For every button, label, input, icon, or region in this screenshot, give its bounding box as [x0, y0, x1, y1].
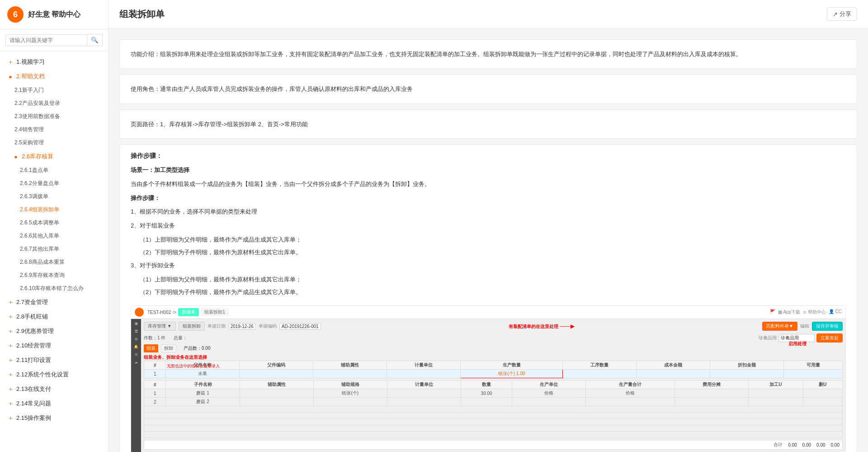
ss-std-qty1: 30.00: [461, 389, 512, 398]
sidebar-label-payment: 2.13在线支付: [16, 385, 51, 393]
ss-footer-v4: 0.00: [831, 442, 840, 447]
ss-annotation-type-wrapper: 组装业务、拆卸业务在这里选择: [144, 353, 207, 361]
sidebar-item-partial-stocktake[interactable]: 2.6.2分量盘点单: [0, 177, 108, 190]
sidebar-item-purchase[interactable]: 2.5采购管理: [0, 136, 108, 149]
ss-std-name2: 蘑菇 2: [166, 398, 240, 406]
ss-main-content: 库存管理 ▼ 组装拆卸 单据日期 2019-12-26 单据编码 AD-2019…: [141, 319, 845, 452]
sidebar-item-transfer[interactable]: 2.6.3调拨单: [0, 190, 108, 203]
ss-refresh-icon: ⟳: [173, 310, 176, 315]
ss-toolbar-row: 库存管理 ▼ 组装拆卸 单据日期 2019-12-26 单据编码 AD-2019…: [144, 322, 843, 331]
sidebar-item-other-in[interactable]: 2.6.6其他入库单: [0, 229, 108, 243]
ss-std-spec2: [313, 398, 387, 406]
sidebar-item-payment[interactable]: ＋ 2.13在线支付: [0, 382, 108, 396]
sidebar-item-sales[interactable]: 2.4销售管理: [0, 123, 108, 136]
main-header: 组装拆卸单 ↗ 分享: [108, 0, 868, 29]
plus-icon-9: ＋: [7, 386, 14, 392]
sidebar-item-coupon[interactable]: ＋ 2.9优惠券管理: [0, 324, 108, 338]
sidebar-item-newbie[interactable]: 2.1新手入门: [0, 84, 108, 97]
ss-sub-label1: 件数：1 件: [144, 335, 165, 341]
ss-tab-new: 新建单: [178, 308, 199, 316]
sidebar-item-ops[interactable]: ＋ 2.10经营管理: [0, 338, 108, 353]
table-row: [144, 419, 843, 425]
ss-strip-icon3: ⊙: [135, 337, 138, 341]
ss-annotation-area: 有装配清单的在这里处理 ——▶: [324, 323, 760, 330]
ss-date-label: 单据日期: [208, 323, 226, 329]
sidebar-nav: ＋ 1.视频学习 ● 2.帮助文档 2.1新手入门 2.2产品安装及登录 2.3…: [0, 51, 108, 452]
ss-footer-v3: 0.00: [816, 442, 825, 447]
ss-topbar-id: TEST-H002: [147, 310, 171, 315]
sidebar-item-cost-recalc[interactable]: 2.6.8商品成本重算: [0, 256, 108, 269]
sidebar-item-finance[interactable]: ＋ 2.7资金管理: [0, 295, 108, 309]
ss-annotation-type: 组装业务、拆卸业务在这里选择: [144, 355, 207, 360]
sidebar-item-inv-ledger-fix[interactable]: 2.6.10库存账本错了怎么办: [0, 282, 108, 295]
sidebar-item-personalize[interactable]: ＋ 2.12系统个性化设置: [0, 367, 108, 382]
ss-sub-label2: 总量：: [174, 335, 187, 341]
ss-footer-label: 合计: [774, 442, 783, 448]
sidebar-item-print[interactable]: ＋ 2.11打印设置: [0, 353, 108, 367]
sidebar-item-cases[interactable]: ＋ 2.15操作案例: [0, 411, 108, 425]
ss-logo-icon: [135, 308, 144, 317]
sidebar-item-cost-adj[interactable]: 2.6.5成本调整单: [0, 216, 108, 229]
ss-sidebar-strip: ⊞ ☰ ⊙ 🔔 ⊞ ☁: [131, 319, 141, 452]
ss-std-del1: [803, 389, 842, 398]
intro-card: 功能介绍：组装拆卸单用来处理企业组装或拆卸等加工业务，支持有固定装配清单的产品加…: [119, 39, 857, 69]
search-input[interactable]: [5, 34, 87, 46]
main-area: 组装拆卸单 ↗ 分享 功能介绍：组装拆卸单用来处理企业组装或拆卸等加工业务，支持…: [108, 0, 868, 452]
sidebar-item-inventory[interactable]: ● 2.6库存核算: [0, 149, 108, 164]
ss-topbar-right: 🚩 ▦ App下载 ⊙ 帮助中心 👤 CC: [770, 309, 842, 315]
ss-th-avail: 可用量: [784, 361, 843, 370]
sidebar-item-install[interactable]: 2.2产品安装及登录: [0, 97, 108, 110]
ss-th-parent-code: 父件编码: [240, 361, 313, 370]
minus-icon-2: ●: [13, 153, 19, 160]
ss-std-qty2: [461, 398, 512, 406]
table-row: [144, 432, 843, 438]
sidebar-item-faq[interactable]: ＋ 2.14常见问题: [0, 396, 108, 411]
sidebar-item-assembly[interactable]: 2.6.4组装拆卸单: [0, 203, 108, 216]
plus-icon: ＋: [7, 59, 14, 65]
page-title: 组装拆卸单: [119, 8, 165, 20]
sidebar-label-coupon: 2.9优惠券管理: [16, 327, 54, 335]
sidebar-item-data-prep[interactable]: 2.3使用前数据准备: [0, 110, 108, 123]
ss-sth-num: #: [144, 381, 166, 389]
sidebar-item-help-docs[interactable]: ● 2.帮助文档: [0, 69, 108, 84]
ss-upper-table-wrapper: # 父件名称 父件编码 辅助属性 计量单位 生产数量 工序数量 成本金额: [144, 361, 843, 378]
step2-1: （1）上部明细为父件明细，最终作为产成品生成其它入库单；: [131, 234, 846, 246]
ss-btn-match: 匹配料件单▼: [762, 322, 797, 331]
sidebar-item-video[interactable]: ＋ 1.视频学习: [0, 55, 108, 69]
sidebar-item-mobile[interactable]: ＋ 2.8手机旺铺: [0, 309, 108, 324]
table-row: [144, 425, 843, 432]
ss-arrow-right: ——▶: [560, 323, 575, 329]
table-row: 2 蘑菇 2: [144, 398, 843, 406]
sidebar-label-finance: 2.7资金管理: [16, 298, 48, 306]
path-text: 页面路径：1、库存核算->库存管理->组装拆卸单 2、首页->常用功能: [131, 121, 308, 128]
sidebar-item-stocktake[interactable]: 2.6.1盘点单: [0, 164, 108, 177]
ss-td-code: [240, 370, 313, 378]
ss-td-prod-qty: 纸张(个) 1.00: [461, 370, 563, 378]
ss-footer: 合计 0.00 0.00 0.00 0.00: [144, 440, 843, 450]
screenshot-wrapper: TEST-H002 ⟳ 新建单 组装拆卸1 🚩 ▦ App下载 ⊙ 帮助中心 👤…: [131, 305, 846, 452]
role-card: 使用角色：通常由生产人员或库管人员完成拆装业务的操作，库管人员确认原材料的出库和…: [119, 74, 857, 104]
logo-icon: 6: [7, 6, 24, 23]
sidebar-label-video: 1.视频学习: [16, 58, 45, 66]
share-button[interactable]: ↗ 分享: [827, 7, 857, 21]
ss-std-alloc2: [675, 398, 748, 406]
sidebar-label-inventory: 2.6库存核算: [22, 152, 53, 161]
app-logo: 6 好生意 帮助中心: [0, 0, 108, 29]
sidebar-label-faq: 2.14常见问题: [16, 400, 51, 408]
step2: 2、对于组装业务: [131, 220, 846, 232]
ss-std-1: 1: [144, 389, 166, 398]
plus-icon-11: ＋: [7, 415, 14, 421]
plus-icon-10: ＋: [7, 400, 14, 407]
sidebar-label-personalize: 2.12系统个性化设置: [16, 371, 69, 379]
ss-th-num: #: [144, 361, 166, 370]
plus-icon-6: ＋: [7, 343, 14, 349]
ss-td-1: 1: [144, 370, 166, 378]
sidebar-item-other-out[interactable]: 2.6.7其他出库单: [0, 243, 108, 256]
ss-th-cost: 成本金额: [637, 361, 710, 370]
ss-std-aux2: [240, 398, 313, 406]
sidebar-item-inv-ledger[interactable]: 2.6.9库存账本查询: [0, 269, 108, 282]
ss-td-cost: [637, 370, 710, 378]
share-icon: ↗: [833, 11, 838, 18]
table-row: 1 蘑菇 1 纸张(个) 30.00 价格 价格: [144, 389, 843, 398]
search-button[interactable]: 🔍: [87, 34, 103, 46]
